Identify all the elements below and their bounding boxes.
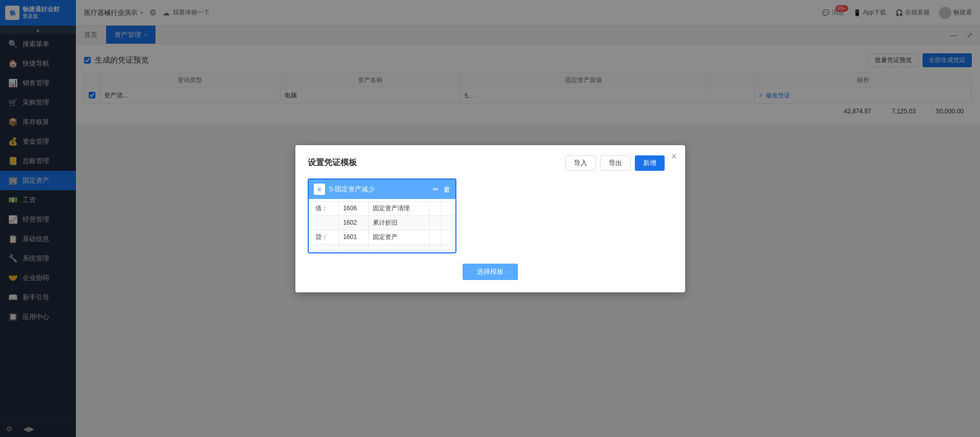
template-entry-row: 贷： 1601 固定资产 xyxy=(311,230,453,244)
entry-name: 累计折旧 xyxy=(369,215,430,230)
template-entry-row xyxy=(311,244,453,250)
template-edit-icon[interactable]: ✏ xyxy=(433,185,439,193)
new-button[interactable]: 新增 xyxy=(635,155,665,171)
modal-close-button[interactable]: × xyxy=(671,151,677,162)
template-card-actions: ✏ 🗑 xyxy=(433,185,450,193)
template-entry-row: 1602 累计折旧 xyxy=(311,215,453,230)
entry-code xyxy=(339,244,369,250)
modal-toolbar: 导入 导出 新增 xyxy=(565,155,665,171)
select-template-wrap: 选择模板 xyxy=(308,264,673,280)
entry-direction: 贷： xyxy=(311,230,339,244)
entry-col3 xyxy=(430,230,442,244)
modal-set-template: × 设置凭证模板 导入 导出 新增 ≡ 5-固定资产减少 ✏ 🗑 xyxy=(295,145,685,292)
entry-direction xyxy=(311,244,339,250)
entry-direction: 借： xyxy=(311,201,339,215)
entry-name xyxy=(369,244,430,250)
export-button[interactable]: 导出 xyxy=(600,155,631,171)
template-entry-table: 借： 1606 固定资产清理 1602 累计折旧 贷： 1601 固定资产 xyxy=(311,201,453,250)
entry-direction xyxy=(311,215,339,230)
import-button[interactable]: 导入 xyxy=(565,155,596,171)
entry-col4 xyxy=(441,201,453,215)
entry-code: 1602 xyxy=(339,215,369,230)
entry-col4 xyxy=(441,244,453,250)
modal-overlay[interactable]: × 设置凭证模板 导入 导出 新增 ≡ 5-固定资产减少 ✏ 🗑 xyxy=(0,0,980,437)
entry-col3 xyxy=(430,201,442,215)
entry-col3 xyxy=(430,244,442,250)
template-card-title: 5-固定资产减少 xyxy=(329,185,429,194)
template-card: ≡ 5-固定资产减少 ✏ 🗑 借： 1606 固定资产清理 1602 xyxy=(308,178,456,253)
entry-code: 1606 xyxy=(339,201,369,215)
template-delete-icon[interactable]: 🗑 xyxy=(443,185,450,193)
entry-col4 xyxy=(441,215,453,230)
template-entry-row: 借： 1606 固定资产清理 xyxy=(311,201,453,215)
entry-name: 固定资产 xyxy=(369,230,430,244)
template-card-header: ≡ 5-固定资产减少 ✏ 🗑 xyxy=(309,180,455,199)
entry-code: 1601 xyxy=(339,230,369,244)
template-card-body: 借： 1606 固定资产清理 1602 累计折旧 贷： 1601 固定资产 xyxy=(309,199,455,252)
entry-col3 xyxy=(430,215,442,230)
select-template-button[interactable]: 选择模板 xyxy=(463,264,518,280)
entry-col4 xyxy=(441,230,453,244)
entry-name: 固定资产清理 xyxy=(369,201,430,215)
template-card-icon: ≡ xyxy=(314,184,325,195)
